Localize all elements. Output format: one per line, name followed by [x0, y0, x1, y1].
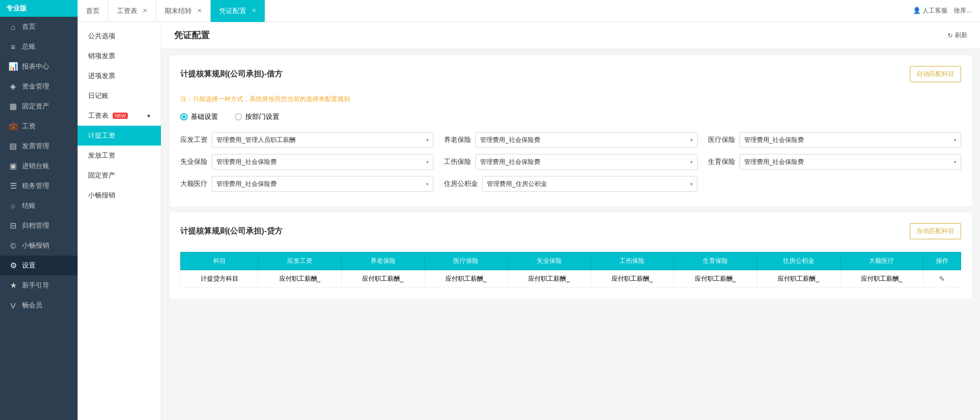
dropdown-arrow-icon: ▾ — [954, 159, 956, 165]
member-icon: V — [8, 301, 18, 310]
tab-salary[interactable]: 工资表 ✕ — [108, 0, 156, 22]
field-label-shengyu: 生育保险 — [708, 157, 735, 167]
th-yiliao: 医疗保险 — [424, 252, 508, 270]
main-area: 首页 工资表 ✕ 期末结转 ✕ 凭证配置 ✕ 👤 人工客服 徐库... 公共选项… — [78, 0, 980, 420]
sidebar-item-close[interactable]: ○ 结账 — [0, 196, 78, 216]
tab-voucher-close[interactable]: ✕ — [252, 7, 256, 14]
leftnav-purchase-invoice[interactable]: 进项发票 — [78, 66, 161, 86]
td-yanglao: 应付职工薪酬_ — [341, 270, 424, 288]
sidebar-item-tax[interactable]: ☰ 税务管理 — [0, 176, 78, 196]
field-select-gongshang[interactable]: 管理费用_社会保险费 ▾ — [475, 154, 697, 170]
fixed-icon: ▦ — [8, 102, 18, 111]
td-gongshang: 应付职工薪酬_ — [591, 270, 674, 288]
sidebar-item-label: 报表中心 — [22, 62, 49, 71]
td-gjj: 应付职工薪酬_ — [757, 270, 840, 288]
stock-icon: ▣ — [8, 161, 18, 171]
salary-icon: 💼 — [8, 121, 18, 131]
radio-basic[interactable]: 基础设置 — [180, 112, 218, 121]
field-select-shiye[interactable]: 管理费用_社会保险费 ▾ — [212, 154, 433, 170]
table-header-row: 科目 应发工资 养老保险 医疗保险 失业保险 工伤保险 生育保险 住房公积金 大… — [181, 252, 961, 270]
close-period-icon: ○ — [8, 202, 18, 211]
dropdown-arrow-icon: ▾ — [690, 181, 693, 187]
td-daeyiliao: 应付职工薪酬_ — [840, 270, 923, 288]
leftnav-salary-table[interactable]: 工资表 NEW ▾ — [78, 106, 161, 126]
th-shengyu: 生育保险 — [674, 252, 757, 270]
leftnav-pay-salary[interactable]: 发放工资 — [78, 146, 161, 165]
debit-auto-match-button[interactable]: 自动匹配科目 — [910, 66, 961, 82]
sidebar-item-guide[interactable]: ★ 新手引导 — [0, 275, 78, 295]
xiaochang-icon: © — [8, 241, 18, 250]
form-row-gjj: 住房公积金 管理费用_住房公积金 ▾ — [444, 176, 697, 192]
field-select-yiliao[interactable]: 管理费用_社会保险费 ▾ — [739, 132, 961, 148]
tab-voucher[interactable]: 凭证配置 ✕ — [211, 0, 265, 22]
sidebar-item-funds[interactable]: ◈ 资金管理 — [0, 76, 78, 96]
page-header: 凭证配置 ↻ 刷新 — [161, 22, 980, 49]
edit-icon[interactable]: ✎ — [939, 275, 945, 283]
th-gjj: 住房公积金 — [757, 252, 840, 270]
sidebar-item-ledger[interactable]: ≡ 总账 — [0, 37, 78, 57]
credit-table: 科目 应发工资 养老保险 医疗保险 失业保险 工伤保险 生育保险 住房公积金 大… — [180, 252, 961, 288]
form-row-yanglao: 养老保险 管理费用_社会保险费 ▾ — [444, 132, 697, 148]
leftnav-journal[interactable]: 日记账 — [78, 86, 161, 106]
sidebar-item-salary[interactable]: 💼 工资 — [0, 116, 78, 136]
credit-section: 计提核算规则(公司承担)-贷方 自动匹配科目 科目 应发工资 养老保险 医疗保险… — [170, 213, 972, 299]
field-value-shengyu: 管理费用_社会保险费 — [744, 158, 954, 167]
ledger-icon: ≡ — [8, 42, 18, 51]
sidebar-item-report[interactable]: 📊 报表中心 — [0, 57, 78, 76]
page-content: 凭证配置 ↻ 刷新 计提核算规则(公司承担)-借方 自动匹配科目 注：只能选择一… — [161, 22, 980, 420]
field-select-gjj[interactable]: 管理费用_住房公积金 ▾ — [482, 176, 697, 192]
sidebar-item-invoice[interactable]: ▤ 发票管理 — [0, 136, 78, 156]
new-badge: NEW — [113, 113, 128, 119]
tab-period-close[interactable]: ✕ — [197, 7, 202, 14]
content-area: 公共选项 销项发票 进项发票 日记账 工资表 NEW ▾ 计提工资 发放工资 — [78, 22, 980, 420]
sidebar-item-stock[interactable]: ▣ 进销台账 — [0, 156, 78, 176]
tab-home[interactable]: 首页 — [78, 0, 108, 22]
leftnav: 公共选项 销项发票 进项发票 日记账 工资表 NEW ▾ 计提工资 发放工资 — [78, 22, 161, 420]
leftnav-calc-salary[interactable]: 计提工资 — [78, 126, 161, 146]
sidebar-item-settings[interactable]: ⚙ 设置 — [0, 256, 78, 275]
td-action[interactable]: ✎ — [923, 270, 961, 288]
leftnav-fixed-assets[interactable]: 固定资产 — [78, 165, 161, 185]
field-select-yingfa[interactable]: 管理费用_管理人员职工薪酬 ▾ — [212, 132, 433, 148]
form-row-daeyiliao: 大额医疗 管理费用_社会保险费 ▾ — [180, 176, 433, 192]
home-icon: ⌂ — [8, 23, 18, 31]
sidebar-item-label: 总账 — [22, 42, 36, 51]
chevron-down-icon: ▾ — [147, 113, 150, 119]
field-select-yanglao[interactable]: 管理费用_社会保险费 ▾ — [475, 132, 697, 148]
table-row: 计提贷方科目 应付职工薪酬_ 应付职工薪酬_ 应付职工薪酬_ 应付职工薪酬_ 应… — [181, 270, 961, 288]
tab-salary-close[interactable]: ✕ — [143, 7, 147, 14]
sidebar-item-label: 畅会员 — [22, 301, 42, 310]
radio-group: 基础设置 按部门设置 — [180, 112, 961, 121]
form-row-yingfa: 应发工资 管理费用_管理人员职工薪酬 ▾ — [180, 132, 433, 148]
debit-section-title: 计提核算规则(公司承担)-借方 — [180, 69, 282, 79]
sidebar-item-label: 结账 — [22, 201, 36, 211]
sidebar-item-xiaochang[interactable]: © 小畅报销 — [0, 236, 78, 256]
sidebar-item-archive[interactable]: ⊟ 归档管理 — [0, 216, 78, 236]
page-title: 凭证配置 — [174, 29, 210, 41]
leftnav-sales-invoice[interactable]: 销项发票 — [78, 46, 161, 66]
sidebar-item-member[interactable]: V 畅会员 — [0, 295, 78, 315]
leftnav-public[interactable]: 公共选项 — [78, 26, 161, 46]
dropdown-arrow-icon: ▾ — [426, 137, 429, 143]
form-row-yiliao: 医疗保险 管理费用_社会保险费 ▾ — [708, 132, 961, 148]
dropdown-arrow-icon: ▾ — [426, 181, 429, 187]
radio-dept[interactable]: 按部门设置 — [235, 112, 279, 121]
archive-icon: ⊟ — [8, 221, 18, 230]
sidebar-item-label: 工资 — [22, 121, 36, 131]
sidebar: 专业版 ⌂ 首页 ≡ 总账 📊 报表中心 ◈ 资金管理 ▦ 固定资产 💼 工资 … — [0, 0, 78, 420]
field-select-daeyiliao[interactable]: 管理费用_社会保险费 ▾ — [212, 176, 433, 192]
field-label-yingfa: 应发工资 — [180, 135, 208, 145]
brand-logo: 专业版 — [0, 0, 78, 17]
sidebar-item-label: 首页 — [22, 22, 36, 31]
sidebar-item-fixed[interactable]: ▦ 固定资产 — [0, 96, 78, 116]
credit-auto-match-button[interactable]: 自动匹配科目 — [910, 223, 961, 239]
leftnav-xiaochang-exp[interactable]: 小畅报销 — [78, 185, 161, 205]
field-select-shengyu[interactable]: 管理费用_社会保险费 ▾ — [739, 154, 961, 170]
sidebar-item-home[interactable]: ⌂ 首页 — [0, 17, 78, 37]
username-display: 徐库... — [954, 6, 972, 15]
user-service[interactable]: 👤 人工客服 — [913, 6, 948, 15]
debit-form-grid: 应发工资 管理费用_管理人员职工薪酬 ▾ 养老保险 管理费用_社会保险费 ▾ — [180, 132, 961, 192]
settings-icon: ⚙ — [8, 261, 18, 270]
refresh-button[interactable]: ↻ 刷新 — [948, 31, 967, 40]
tab-period[interactable]: 期末结转 ✕ — [156, 0, 211, 22]
